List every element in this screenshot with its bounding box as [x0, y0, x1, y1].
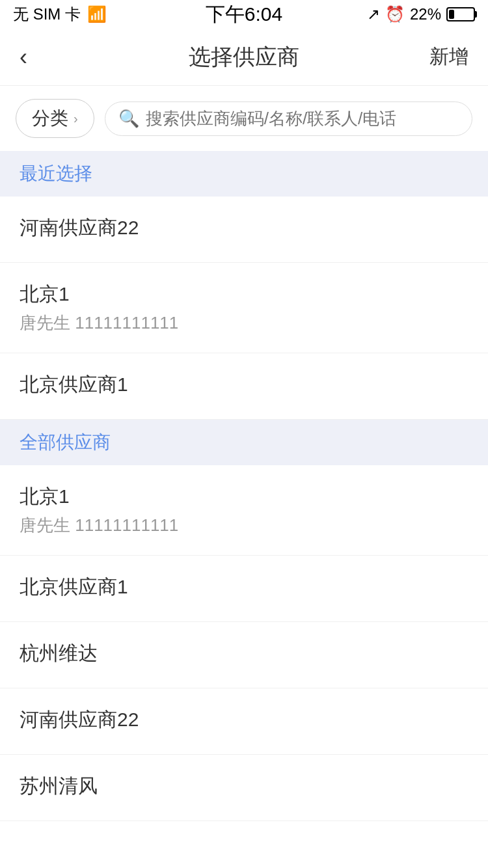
recent-section-label: 最近选择: [20, 163, 92, 183]
list-item[interactable]: 苏州清风: [0, 755, 488, 821]
item-name: 河南供应商22: [20, 707, 468, 733]
search-box: 🔍: [105, 102, 472, 136]
no-sim-label: 无 SIM 卡: [13, 4, 81, 25]
all-section-header: 全部供应商: [0, 420, 488, 465]
status-bar: 无 SIM 卡 📶 下午6:04 ↗ ⏰ 22%: [0, 0, 488, 29]
category-label: 分类: [32, 106, 68, 131]
recent-section-header: 最近选择: [0, 151, 488, 197]
item-name: 河南供应商22: [20, 215, 468, 241]
status-right: ↗ ⏰ 22%: [367, 5, 475, 23]
search-input[interactable]: [146, 109, 459, 129]
filter-bar: 分类 › 🔍: [0, 86, 488, 151]
list-item[interactable]: 河南供应商22: [0, 197, 488, 263]
status-time: 下午6:04: [206, 1, 282, 28]
item-sub: 唐先生 11111111111: [20, 514, 468, 537]
all-section-label: 全部供应商: [20, 432, 111, 452]
item-name: 北京供应商1: [20, 372, 468, 398]
status-left: 无 SIM 卡 📶: [13, 4, 107, 25]
battery-percent: 22%: [410, 5, 441, 23]
item-name: 北京1: [20, 281, 468, 308]
category-button[interactable]: 分类 ›: [16, 99, 94, 138]
list-item[interactable]: 北京供应商1: [0, 556, 488, 622]
battery-icon: [446, 7, 475, 21]
list-item[interactable]: 杭州维达: [0, 622, 488, 688]
search-icon: 🔍: [118, 109, 139, 129]
page-title: 选择供应商: [72, 42, 416, 72]
all-list: 北京1唐先生 11111111111北京供应商1杭州维达河南供应商22苏州清风: [0, 465, 488, 821]
item-name: 苏州清风: [20, 773, 468, 800]
chevron-right-icon: ›: [74, 111, 78, 126]
new-button[interactable]: 新增: [416, 44, 468, 70]
item-sub: 唐先生 11111111111: [20, 312, 468, 334]
item-name: 杭州维达: [20, 640, 468, 667]
nav-bar: ‹ 选择供应商 新增: [0, 29, 488, 86]
item-name: 北京供应商1: [20, 574, 468, 601]
list-item[interactable]: 北京供应商1: [0, 353, 488, 420]
recent-list: 河南供应商22北京1唐先生 11111111111北京供应商1: [0, 197, 488, 420]
list-item[interactable]: 北京1唐先生 11111111111: [0, 465, 488, 556]
back-button[interactable]: ‹: [20, 44, 72, 71]
location-icon: ↗: [367, 5, 380, 23]
item-name: 北京1: [20, 483, 468, 510]
list-item[interactable]: 河南供应商22: [0, 688, 488, 755]
list-item[interactable]: 北京1唐先生 11111111111: [0, 263, 488, 353]
wifi-icon: 📶: [87, 5, 107, 23]
alarm-icon: ⏰: [385, 5, 405, 23]
